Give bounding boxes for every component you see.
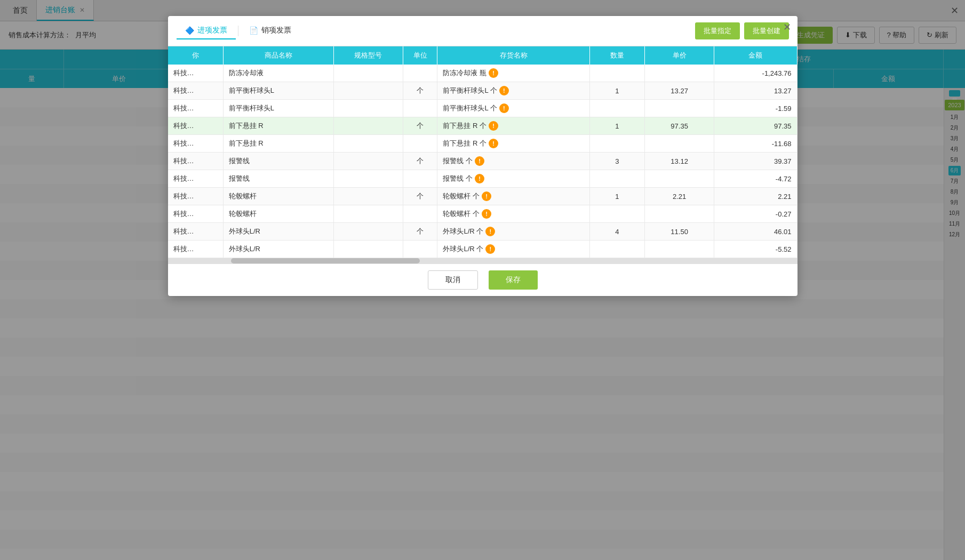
warning-icon: ! bbox=[475, 174, 484, 183]
th-amount: 金额 bbox=[714, 46, 797, 65]
cell-price bbox=[645, 65, 714, 82]
th-unit: 单位 bbox=[403, 46, 437, 65]
table-row: 科技…前下悬挂 R前下悬挂 R 个!-11.68 bbox=[168, 135, 797, 153]
cell-company: 科技… bbox=[168, 223, 224, 241]
cell-price bbox=[645, 205, 714, 223]
cell-price: 11.50 bbox=[645, 223, 714, 241]
cell-qty: 3 bbox=[589, 153, 645, 170]
dialog-close-button[interactable]: ✕ bbox=[783, 21, 791, 33]
cell-qty: 1 bbox=[589, 82, 645, 100]
cell-unit: 个 bbox=[403, 117, 437, 135]
incoming-icon: 🔷 bbox=[185, 26, 194, 35]
cell-spec bbox=[334, 205, 403, 223]
scrollbar-thumb[interactable] bbox=[231, 258, 420, 263]
modal-overlay: 🔷 进项发票 📄 销项发票 批量指定 批量创建 ✕ 你 商品名称 bbox=[0, 0, 965, 560]
warning-icon: ! bbox=[482, 209, 491, 219]
warning-icon: ! bbox=[489, 139, 498, 148]
dialog-header: 🔷 进项发票 📄 销项发票 批量指定 批量创建 ✕ bbox=[168, 16, 797, 46]
cell-spec bbox=[334, 223, 403, 241]
cell-product: 报警线 bbox=[223, 153, 333, 170]
cell-amount: -1,243.76 bbox=[714, 65, 797, 82]
table-row: 科技…防冻冷却液防冻冷却液 瓶!-1,243.76 bbox=[168, 65, 797, 82]
th-company: 你 bbox=[168, 46, 224, 65]
cell-product: 前下悬挂 R bbox=[223, 117, 333, 135]
cell-inventory: 轮毂螺杆 个! bbox=[437, 205, 589, 223]
table-row: 科技…轮毂螺杆轮毂螺杆 个!-0.27 bbox=[168, 205, 797, 223]
cell-spec bbox=[334, 100, 403, 117]
cell-amount: 97.35 bbox=[714, 117, 797, 135]
cell-company: 科技… bbox=[168, 65, 224, 82]
cell-inventory: 轮毂螺杆 个! bbox=[437, 188, 589, 205]
cell-inventory: 报警线 个! bbox=[437, 153, 589, 170]
warning-icon: ! bbox=[485, 227, 495, 236]
cell-unit bbox=[403, 100, 437, 117]
cell-company: 科技… bbox=[168, 82, 224, 100]
cell-amount: 46.01 bbox=[714, 223, 797, 241]
dialog-footer: 取消 保存 bbox=[168, 263, 797, 296]
cell-amount: 2.21 bbox=[714, 188, 797, 205]
outgoing-icon: 📄 bbox=[249, 26, 258, 35]
cell-amount: -1.59 bbox=[714, 100, 797, 117]
cell-company: 科技… bbox=[168, 117, 224, 135]
cell-company: 科技… bbox=[168, 205, 224, 223]
th-qty: 数量 bbox=[589, 46, 645, 65]
horizontal-scrollbar[interactable] bbox=[168, 258, 797, 263]
cell-unit bbox=[403, 135, 437, 153]
cell-spec bbox=[334, 82, 403, 100]
cell-unit bbox=[403, 241, 437, 258]
cell-unit: 个 bbox=[403, 223, 437, 241]
th-inventory: 存货名称 bbox=[437, 46, 589, 65]
cell-product: 外球头L/R bbox=[223, 223, 333, 241]
cell-spec bbox=[334, 241, 403, 258]
table-row: 科技…报警线报警线 个!-4.72 bbox=[168, 170, 797, 188]
cell-spec bbox=[334, 188, 403, 205]
invoice-table: 你 商品名称 规格型号 单位 存货名称 数量 单价 金额 科技…防冻冷却液防冻冷… bbox=[168, 46, 797, 258]
cell-unit: 个 bbox=[403, 188, 437, 205]
batch-assign-button[interactable]: 批量指定 bbox=[695, 22, 740, 39]
table-row: 科技…轮毂螺杆个轮毂螺杆 个!12.212.21 bbox=[168, 188, 797, 205]
warning-icon: ! bbox=[475, 156, 484, 166]
cell-product: 外球头L/R bbox=[223, 241, 333, 258]
cell-amount: -11.68 bbox=[714, 135, 797, 153]
cell-company: 科技… bbox=[168, 241, 224, 258]
dialog: 🔷 进项发票 📄 销项发票 批量指定 批量创建 ✕ 你 商品名称 bbox=[168, 16, 797, 296]
cell-unit bbox=[403, 65, 437, 82]
cell-unit: 个 bbox=[403, 82, 437, 100]
save-button[interactable]: 保存 bbox=[489, 270, 538, 290]
cell-qty bbox=[589, 205, 645, 223]
cell-unit bbox=[403, 170, 437, 188]
cell-price bbox=[645, 170, 714, 188]
cell-spec bbox=[334, 65, 403, 82]
cell-inventory: 前平衡杆球头L 个! bbox=[437, 82, 589, 100]
cell-unit: 个 bbox=[403, 153, 437, 170]
table-row: 科技…前平衡杆球头L个前平衡杆球头L 个!113.2713.27 bbox=[168, 82, 797, 100]
warning-icon: ! bbox=[489, 68, 498, 78]
cell-price bbox=[645, 241, 714, 258]
cell-company: 科技… bbox=[168, 153, 224, 170]
cancel-button[interactable]: 取消 bbox=[428, 270, 478, 290]
cell-inventory: 外球头L/R 个! bbox=[437, 223, 589, 241]
cell-price: 97.35 bbox=[645, 117, 714, 135]
warning-icon: ! bbox=[499, 103, 509, 113]
batch-create-button[interactable]: 批量创建 bbox=[744, 22, 789, 39]
tab-incoming-invoice[interactable]: 🔷 进项发票 bbox=[177, 22, 236, 39]
cell-inventory: 防冻冷却液 瓶! bbox=[437, 65, 589, 82]
cell-product: 轮毂螺杆 bbox=[223, 205, 333, 223]
cell-company: 科技… bbox=[168, 188, 224, 205]
th-price: 单价 bbox=[645, 46, 714, 65]
cell-price: 13.27 bbox=[645, 82, 714, 100]
cell-company: 科技… bbox=[168, 135, 224, 153]
cell-qty bbox=[589, 100, 645, 117]
tab-outgoing-invoice[interactable]: 📄 销项发票 bbox=[241, 22, 300, 39]
cell-price bbox=[645, 135, 714, 153]
th-spec: 规格型号 bbox=[334, 46, 403, 65]
cell-price: 13.12 bbox=[645, 153, 714, 170]
cell-price: 2.21 bbox=[645, 188, 714, 205]
dialog-header-actions: 批量指定 批量创建 bbox=[695, 22, 789, 39]
cell-spec bbox=[334, 153, 403, 170]
cell-amount: -4.72 bbox=[714, 170, 797, 188]
table-row: 科技…外球头L/R个外球头L/R 个!411.5046.01 bbox=[168, 223, 797, 241]
cell-product: 报警线 bbox=[223, 170, 333, 188]
warning-icon: ! bbox=[482, 191, 491, 201]
table-body: 科技…防冻冷却液防冻冷却液 瓶!-1,243.76科技…前平衡杆球头L个前平衡杆… bbox=[168, 65, 797, 258]
